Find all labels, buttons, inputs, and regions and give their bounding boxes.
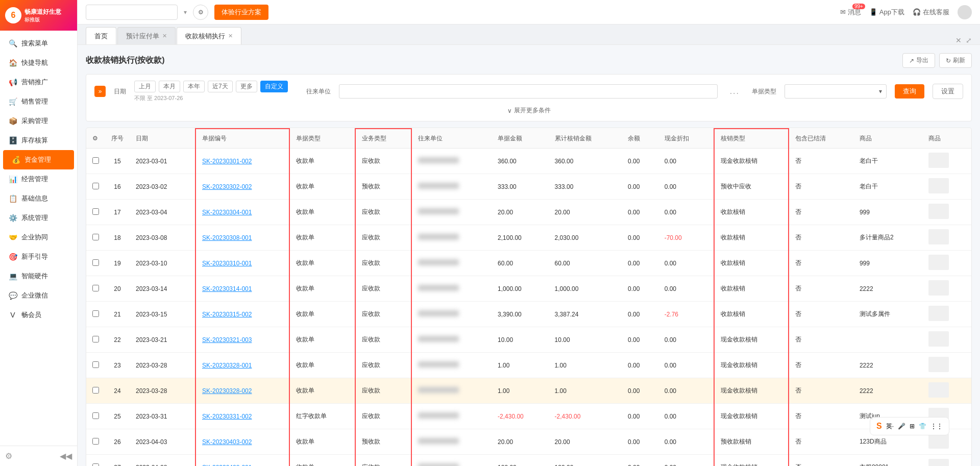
sidebar-item-finance[interactable]: 💰 资金管理 bbox=[3, 150, 74, 169]
settings-icon[interactable]: ⚙ bbox=[5, 451, 12, 461]
sidebar-item-basic[interactable]: 📋 基础信息 bbox=[0, 189, 77, 208]
refresh-button[interactable]: ↻ 刷新 bbox=[939, 53, 972, 68]
table-scroll[interactable]: ⚙ 序号 日期 单据编号 单据类型 业务类型 往来单位 单据金额 累计核销金额 … bbox=[86, 128, 971, 466]
row-total-cancel: 60.00 bbox=[549, 251, 622, 276]
tab-receipt-close[interactable]: ✕ bbox=[228, 33, 233, 39]
more-btn[interactable]: 更多 bbox=[236, 81, 257, 92]
sidebar-item-enterprise-label: 企业协同 bbox=[21, 233, 48, 242]
doc-no-link[interactable]: SK-20230314-001 bbox=[202, 285, 252, 292]
doc-no-link[interactable]: SK-20230304-001 bbox=[202, 209, 252, 216]
purchase-icon: 📦 bbox=[8, 116, 17, 126]
row-checkbox[interactable] bbox=[86, 429, 105, 455]
sidebar-item-hardware[interactable]: 💻 智能硬件 bbox=[0, 266, 77, 286]
sidebar-item-wechat-label: 企业微信 bbox=[21, 291, 48, 300]
sidebar-item-sales[interactable]: 🛒 销售管理 bbox=[0, 92, 77, 111]
expand-more-btn[interactable]: ∨ 展开更多条件 bbox=[94, 106, 963, 115]
row-product: 衣服00001 bbox=[853, 455, 922, 467]
row-total-cancel: 20.00 bbox=[549, 200, 622, 225]
row-checkbox[interactable] bbox=[86, 327, 105, 353]
doc-no-link[interactable]: SK-20230328-002 bbox=[202, 387, 252, 395]
doc-no-link[interactable]: SK-20230408-001 bbox=[202, 464, 252, 467]
row-include-settled: 否 bbox=[789, 225, 853, 251]
tab-close-icon[interactable]: ✕ bbox=[955, 36, 962, 44]
sidebar-item-system[interactable]: ⚙️ 系统管理 bbox=[0, 208, 77, 228]
query-button[interactable]: 查询 bbox=[895, 84, 924, 99]
partner-input[interactable] bbox=[339, 84, 718, 99]
th-gear[interactable]: ⚙ bbox=[86, 129, 105, 149]
sidebar-item-shortcut[interactable]: 🏠 快捷导航 bbox=[0, 53, 77, 72]
row-checkbox[interactable] bbox=[86, 302, 105, 327]
row-partner bbox=[411, 327, 492, 353]
row-product2 bbox=[922, 353, 971, 378]
row-checkbox[interactable] bbox=[86, 174, 105, 200]
th-product-2: 商品 bbox=[922, 129, 971, 149]
apps-icon: ⋮⋮ bbox=[930, 423, 943, 430]
collapse-icon[interactable]: ◀◀ bbox=[60, 451, 72, 461]
row-include-settled: 否 bbox=[789, 353, 853, 378]
custom-btn[interactable]: 自定义 bbox=[260, 81, 288, 92]
filter-expand-arrow[interactable]: » bbox=[94, 86, 106, 97]
sidebar-item-wechat[interactable]: 💬 企业微信 bbox=[0, 286, 77, 305]
row-include-settled: 否 bbox=[789, 429, 853, 455]
doc-no-link[interactable]: SK-20230403-002 bbox=[202, 438, 252, 446]
topbar-dropdown-arrow[interactable]: ▾ bbox=[184, 9, 187, 16]
row-include-settled: 否 bbox=[789, 378, 853, 404]
app-download-link[interactable]: 📱 App下载 bbox=[869, 8, 904, 17]
doc-type-select[interactable]: ▾ bbox=[785, 84, 887, 99]
tab-prepay-close[interactable]: ✕ bbox=[162, 33, 167, 39]
row-checkbox[interactable] bbox=[86, 149, 105, 174]
topbar-gear-button[interactable]: ⚙ bbox=[193, 5, 208, 20]
row-include-settled: 否 bbox=[789, 327, 853, 353]
row-doc-no: SK-20230403-002 bbox=[195, 429, 289, 455]
row-checkbox[interactable] bbox=[86, 225, 105, 251]
tab-prepay[interactable]: 预计应付单 ✕ bbox=[117, 27, 176, 44]
sidebar-item-purchase[interactable]: 📦 采购管理 bbox=[0, 111, 77, 131]
doc-no-link[interactable]: SK-20230328-001 bbox=[202, 362, 252, 369]
settings-button[interactable]: 设置 bbox=[933, 84, 963, 99]
sidebar-item-guide[interactable]: 🎯 新手引导 bbox=[0, 247, 77, 266]
doc-no-link[interactable]: SK-20230302-002 bbox=[202, 183, 252, 190]
row-cash-discount: 0.00 bbox=[658, 174, 714, 200]
doc-no-link[interactable]: SK-20230331-002 bbox=[202, 413, 252, 420]
row-cancel-type: 现金收款核销 bbox=[714, 327, 789, 353]
doc-no-link[interactable]: SK-20230321-003 bbox=[202, 336, 252, 344]
row-total-cancel: 333.00 bbox=[549, 174, 622, 200]
doc-no-link[interactable]: SK-20230308-001 bbox=[202, 234, 252, 241]
topbar-search-input[interactable] bbox=[86, 5, 178, 20]
tab-expand-icon[interactable]: ⤢ bbox=[966, 36, 972, 44]
last-month-btn[interactable]: 上月 bbox=[134, 81, 156, 92]
export-button[interactable]: ↗ 导出 bbox=[902, 53, 935, 68]
this-month-btn[interactable]: 本月 bbox=[159, 81, 180, 92]
this-year-btn[interactable]: 本年 bbox=[183, 81, 205, 92]
user-avatar[interactable] bbox=[958, 5, 972, 19]
sidebar-item-operation[interactable]: 📊 经营管理 bbox=[0, 169, 77, 189]
row-checkbox[interactable] bbox=[86, 455, 105, 467]
row-checkbox[interactable] bbox=[86, 353, 105, 378]
tab-receipt[interactable]: 收款核销执行 ✕ bbox=[177, 27, 241, 44]
row-checkbox[interactable] bbox=[86, 251, 105, 276]
sidebar-item-search[interactable]: 🔍 搜索菜单 bbox=[0, 34, 77, 53]
row-total-cancel: 3,387.24 bbox=[549, 302, 622, 327]
row-include-settled: 否 bbox=[789, 200, 853, 225]
sidebar-item-enterprise[interactable]: 🤝 企业协同 bbox=[0, 228, 77, 247]
doc-no-link[interactable]: SK-20230310-001 bbox=[202, 260, 252, 267]
row-checkbox[interactable] bbox=[86, 404, 105, 429]
enterprise-icon: 🤝 bbox=[8, 233, 17, 242]
tab-home[interactable]: 首页 bbox=[86, 27, 116, 44]
doc-no-link[interactable]: SK-20230301-002 bbox=[202, 158, 252, 165]
last-7days-btn[interactable]: 近7天 bbox=[208, 81, 233, 92]
row-checkbox[interactable] bbox=[86, 378, 105, 404]
row-product2 bbox=[922, 327, 971, 353]
sidebar-item-inventory[interactable]: 🗄️ 库存核算 bbox=[0, 131, 77, 150]
solution-button[interactable]: 体验行业方案 bbox=[214, 5, 268, 20]
online-service-link[interactable]: 🎧 在线客服 bbox=[913, 8, 949, 17]
row-product2 bbox=[922, 455, 971, 467]
table-row: 19 2023-03-10 SK-20230310-001 收款单 应收款 60… bbox=[86, 251, 971, 276]
doc-no-link[interactable]: SK-20230315-002 bbox=[202, 311, 252, 318]
row-checkbox[interactable] bbox=[86, 276, 105, 302]
sidebar-item-marketing[interactable]: 📢 营销推广 bbox=[0, 72, 77, 92]
messages-badge[interactable]: ✉ 消息 99+ bbox=[840, 8, 861, 17]
sidebar-item-member[interactable]: V 畅会员 bbox=[0, 305, 77, 325]
row-cash-discount: 0.00 bbox=[658, 276, 714, 302]
row-checkbox[interactable] bbox=[86, 200, 105, 225]
